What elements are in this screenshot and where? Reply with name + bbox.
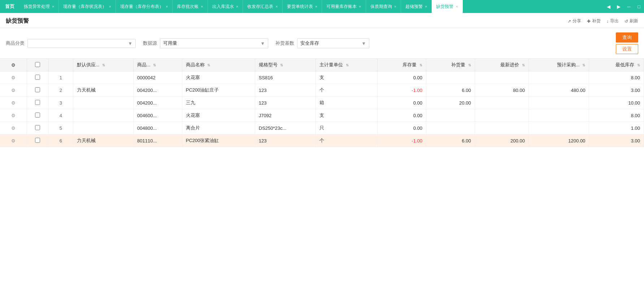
table-row: ⚙ 6 力天机械 801110... PC200张紧油缸 123 个 -1.00…	[0, 134, 644, 147]
settings-button[interactable]: 设置	[616, 44, 638, 54]
tab-item-3[interactable]: 现存量（库存分布表） ×	[116, 0, 173, 13]
tab-close-5[interactable]: ×	[236, 4, 238, 9]
row-check-0[interactable]	[27, 71, 49, 84]
row-checkbox-3[interactable]	[35, 112, 40, 118]
tab-item-6[interactable]: 收发存汇总表 ×	[243, 0, 282, 13]
tab-close-6[interactable]: ×	[275, 4, 278, 9]
replenish-button[interactable]: ✚ 补货	[587, 18, 601, 24]
replenish-sort-icon: ⇅	[468, 63, 471, 67]
row-gear-icon[interactable]: ⚙	[11, 75, 16, 80]
col-index-header	[49, 59, 73, 71]
tab-item-5[interactable]: 出入库流水 ×	[208, 0, 243, 13]
col-price-header[interactable]: 最新进价 ⇅	[475, 59, 528, 71]
category-select[interactable]: ▼	[27, 39, 136, 48]
row-code-3: 004600...	[134, 109, 182, 122]
row-gear-2[interactable]: ⚙	[0, 97, 27, 109]
col-supplier-header[interactable]: 默认供应... ⇅	[73, 59, 133, 71]
tab-close-4[interactable]: ×	[201, 4, 203, 9]
tab-close-8[interactable]: ×	[359, 4, 361, 9]
row-index-4: 5	[49, 122, 73, 134]
row-minstock-0: 8.00	[589, 71, 644, 84]
tab-item-11[interactable]: 缺货预警 ×	[432, 0, 462, 13]
row-check-4[interactable]	[27, 122, 49, 134]
filter-actions: 查询 设置	[616, 32, 638, 54]
tab-item-2[interactable]: 现存量（库存状况表） ×	[59, 0, 116, 13]
row-checkbox-1[interactable]	[35, 87, 40, 92]
select-all-checkbox[interactable]	[35, 62, 40, 67]
tab-item-7[interactable]: 要货单统计表 ×	[283, 0, 322, 13]
tab-item-9[interactable]: 保质期查询 ×	[366, 0, 401, 13]
spec-sort-icon: ⇅	[280, 63, 283, 67]
row-minstock-3: 8.00	[589, 109, 644, 122]
tab-home[interactable]: 首页	[0, 3, 19, 10]
col-minstock-header[interactable]: 最低库存 ⇅	[589, 59, 644, 71]
col-unit-header[interactable]: 主计量单位 ⇅	[316, 59, 378, 71]
col-stock-header[interactable]: 库存量 ⇅	[378, 59, 426, 71]
row-stock-3: 0.00	[378, 109, 426, 122]
table-row: ⚙ 1 0000042 火花塞 SS816 支 0.00 8.00	[0, 71, 644, 84]
tab-prev-button[interactable]: ◀	[604, 0, 614, 13]
replenish-select[interactable]: 安全库存 ▼	[297, 38, 369, 48]
tab-close-9[interactable]: ×	[394, 4, 396, 9]
tab-minimize-button[interactable]: ─	[624, 0, 634, 13]
row-check-2[interactable]	[27, 97, 49, 109]
table-row: ⚙ 3 004200... 三九 123 箱 0.00 20.00 10.00	[0, 97, 644, 109]
row-gear-4[interactable]: ⚙	[0, 122, 27, 134]
row-checkbox-2[interactable]	[35, 100, 40, 105]
tab-close-7[interactable]: ×	[315, 4, 317, 9]
tab-close-3[interactable]: ×	[166, 4, 168, 9]
row-purchase-2	[528, 97, 589, 109]
row-gear-icon[interactable]: ⚙	[11, 113, 16, 118]
row-check-1[interactable]	[27, 84, 49, 97]
share-button[interactable]: ↗ 分享	[567, 18, 581, 24]
tab-item-4[interactable]: 库存批次账 ×	[173, 0, 208, 13]
table-row: ⚙ 4 004600... 火花塞 J7092 支 0.00 8.00	[0, 109, 644, 122]
tab-item-1[interactable]: 拣货异常处理 ×	[19, 0, 59, 13]
export-button[interactable]: ↓ 导出	[606, 18, 619, 24]
col-replenish-header[interactable]: 补货量 ⇅	[426, 59, 475, 71]
tab-bar: 首页 拣货异常处理 × 现存量（库存状况表） × 现存量（库存分布表） × 库存…	[0, 0, 644, 13]
row-gear-1[interactable]: ⚙	[0, 84, 27, 97]
row-check-3[interactable]	[27, 109, 49, 122]
row-unit-4: 只	[316, 122, 378, 134]
col-gear[interactable]: ⚙	[0, 59, 27, 71]
export-icon: ↓	[606, 19, 609, 24]
tab-close-11[interactable]: ×	[456, 4, 458, 9]
col-spec-header[interactable]: 规格型号 ⇅	[255, 59, 316, 71]
replenish-label: 补货基数	[275, 40, 294, 47]
row-checkbox-5[interactable]	[35, 138, 40, 143]
datasource-select[interactable]: 可用量 ▼	[160, 38, 268, 48]
col-code-header[interactable]: 商品... ⇅	[134, 59, 182, 71]
tab-item-8[interactable]: 可用量库存账本 ×	[322, 0, 366, 13]
tab-close-2[interactable]: ×	[109, 4, 111, 9]
row-gear-icon[interactable]: ⚙	[11, 100, 16, 106]
row-price-3	[475, 109, 528, 122]
gear-icon[interactable]: ⚙	[11, 62, 16, 68]
tab-close-1[interactable]: ×	[52, 4, 54, 9]
row-gear-0[interactable]: ⚙	[0, 71, 27, 84]
tab-next-button[interactable]: ▶	[614, 0, 624, 13]
tab-maximize-button[interactable]: □	[634, 0, 644, 13]
refresh-button[interactable]: ↺ 刷新	[625, 18, 638, 24]
row-check-5[interactable]	[27, 134, 49, 147]
row-gear-icon[interactable]: ⚙	[11, 88, 16, 93]
col-check-header[interactable]	[27, 59, 49, 71]
col-purchase-header[interactable]: 预计采购... ⇅	[528, 59, 589, 71]
tab-nav-buttons: ◀ ▶ ─ □	[604, 0, 644, 13]
row-supplier-0	[73, 71, 133, 84]
tab-close-10[interactable]: ×	[425, 4, 427, 9]
col-name-header[interactable]: 商品名称 ⇅	[182, 59, 255, 71]
row-gear-5[interactable]: ⚙	[0, 134, 27, 147]
row-purchase-1: 480.00	[528, 84, 589, 97]
row-checkbox-4[interactable]	[35, 125, 40, 130]
query-button[interactable]: 查询	[616, 32, 638, 43]
row-replenish-2: 20.00	[426, 97, 475, 109]
tab-item-10[interactable]: 超储预警 ×	[401, 0, 432, 13]
datasource-label: 数据源	[143, 40, 157, 47]
row-checkbox-0[interactable]	[35, 75, 40, 80]
row-code-1: 004200...	[134, 84, 182, 97]
row-gear-icon[interactable]: ⚙	[11, 138, 16, 144]
row-gear-3[interactable]: ⚙	[0, 109, 27, 122]
row-minstock-2: 10.00	[589, 97, 644, 109]
row-gear-icon[interactable]: ⚙	[11, 125, 16, 131]
